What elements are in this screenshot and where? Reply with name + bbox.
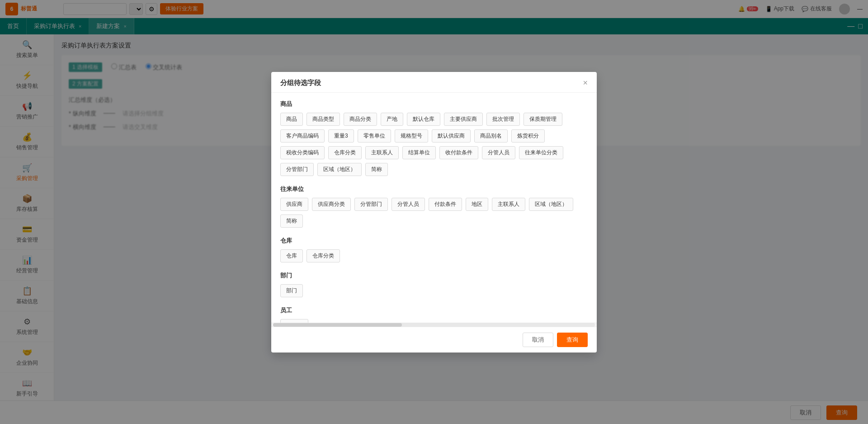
scrollbar-track [273,323,595,327]
field-tag-main-contact[interactable]: 主联系人 [365,146,399,159]
field-tag-batch-mgmt[interactable]: 批次管理 [486,113,520,126]
modal-title: 分组待选字段 [280,79,321,87]
section-product: 商品 商品 商品类型 商品分类 产地 默认仓库 主要供应商 批次管理 保质期管理… [280,100,588,176]
field-tag-settlement-unit[interactable]: 结算单位 [402,146,436,159]
modal-field-selector: 分组待选字段 × 商品 商品 商品类型 商品分类 产地 默认仓库 主要供应商 批… [271,72,597,353]
section-partner-title: 往来单位 [280,185,588,193]
field-tag-weight[interactable]: 重量3 [328,129,354,143]
field-tag-partner-supervisor[interactable]: 分管人员 [392,198,425,211]
field-tag-default-warehouse[interactable]: 默认仓库 [407,113,440,126]
field-tag-customer-code[interactable]: 客户商品编码 [280,129,325,143]
section-product-title: 商品 [280,100,588,108]
field-tag-product-category[interactable]: 商品分类 [344,113,377,126]
field-tag-supervisor[interactable]: 分管人员 [482,146,515,159]
section-employee: 员工 业务员 [280,306,588,323]
field-tag-department[interactable]: 部门 [280,284,303,297]
field-tag-supplier[interactable]: 供应商 [280,198,308,211]
scrollbar-thumb [273,323,402,327]
section-product-tags: 商品 商品类型 商品分类 产地 默认仓库 主要供应商 批次管理 保质期管理 客户… [280,113,588,176]
modal-body: 商品 商品 商品类型 商品分类 产地 默认仓库 主要供应商 批次管理 保质期管理… [271,93,597,323]
field-tag-refine-points[interactable]: 炼货积分 [511,129,545,143]
field-tag-product[interactable]: 商品 [280,113,303,126]
section-partner: 往来单位 供应商 供应商分类 分管部门 分管人员 付款条件 地区 主联系人 区域… [280,185,588,228]
field-tag-partner-region[interactable]: 地区 [466,198,488,211]
section-employee-title: 员工 [280,306,588,314]
field-tag-supplier-category[interactable]: 供应商分类 [312,198,351,211]
field-tag-origin[interactable]: 产地 [381,113,403,126]
field-tag-partner-contact[interactable]: 主联系人 [492,198,525,211]
field-tag-payment-terms[interactable]: 收付款条件 [439,146,478,159]
modal-cancel-button[interactable]: 取消 [523,333,553,347]
field-tag-warehouse[interactable]: 仓库 [280,249,303,262]
modal-overlay: 分组待选字段 × 商品 商品 商品类型 商品分类 产地 默认仓库 主要供应商 批… [0,0,868,424]
field-tag-product-alias[interactable]: 商品别名 [474,129,508,143]
section-department-title: 部门 [280,272,588,280]
field-tag-wh-category[interactable]: 仓库分类 [307,249,340,262]
field-tag-product-type[interactable]: 商品类型 [307,113,340,126]
section-warehouse-title: 仓库 [280,237,588,245]
section-department-tags: 部门 [280,284,588,297]
field-tag-salesperson[interactable]: 业务员 [280,319,308,323]
modal-confirm-button[interactable]: 查询 [557,333,588,347]
section-department: 部门 部门 [280,272,588,297]
section-warehouse: 仓库 仓库 仓库分类 [280,237,588,262]
field-tag-partner-payment[interactable]: 付款条件 [429,198,462,211]
field-tag-spec-model[interactable]: 规格型号 [395,129,428,143]
field-tag-region[interactable]: 区域（地区） [317,163,362,176]
modal-close-button[interactable]: × [583,78,588,88]
field-tag-main-supplier[interactable]: 主要供应商 [444,113,483,126]
field-tag-partner-dept[interactable]: 分管部门 [354,198,388,211]
field-tag-short-name[interactable]: 简称 [365,163,388,176]
modal-footer: 取消 查询 [271,327,597,353]
field-tag-tax-code[interactable]: 税收分类编码 [280,146,325,159]
field-tag-partner-short[interactable]: 简称 [280,214,303,228]
modal-horizontal-scrollbar[interactable] [271,323,597,327]
section-warehouse-tags: 仓库 仓库分类 [280,249,588,262]
field-tag-retail-unit[interactable]: 零售单位 [358,129,391,143]
modal-header: 分组待选字段 × [271,72,597,93]
field-tag-default-supplier[interactable]: 默认供应商 [432,129,471,143]
field-tag-partner-area[interactable]: 区域（地区） [529,198,573,211]
field-tag-dept[interactable]: 分管部门 [280,163,314,176]
section-partner-tags: 供应商 供应商分类 分管部门 分管人员 付款条件 地区 主联系人 区域（地区） … [280,198,588,228]
section-employee-tags: 业务员 [280,319,588,323]
field-tag-warehouse-category[interactable]: 仓库分类 [328,146,362,159]
field-tag-expiry-mgmt[interactable]: 保质期管理 [524,113,562,126]
field-tag-partner-category[interactable]: 往来单位分类 [519,146,563,159]
